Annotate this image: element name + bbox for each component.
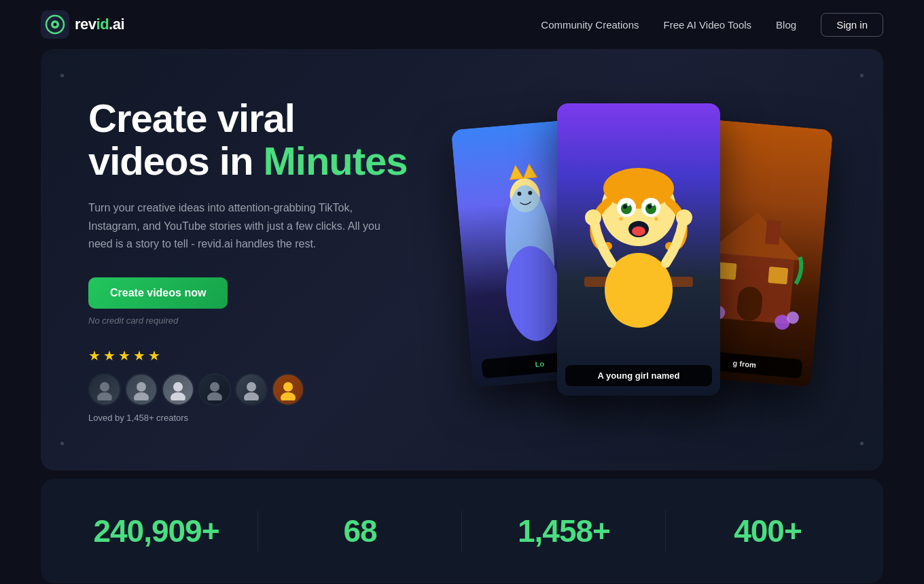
svg-point-15 bbox=[281, 392, 296, 400]
stat-creators-value: 1,458+ bbox=[462, 513, 666, 549]
star-5: ★ bbox=[148, 347, 160, 364]
star-3: ★ bbox=[118, 347, 130, 364]
no-card-label: No credit card required bbox=[88, 315, 408, 326]
logo[interactable]: revid.ai bbox=[41, 10, 124, 39]
svg-point-11 bbox=[207, 392, 222, 400]
svg-point-6 bbox=[137, 382, 146, 392]
star-2: ★ bbox=[103, 347, 116, 364]
logo-icon bbox=[41, 10, 69, 39]
cta-button[interactable]: Create videos now bbox=[88, 277, 228, 309]
star-rating: ★ ★ ★ ★ ★ bbox=[88, 347, 408, 364]
nav-link-community[interactable]: Community Creations bbox=[541, 19, 639, 31]
logo-text: revid.ai bbox=[75, 16, 124, 33]
navbar: revid.ai Community Creations Free AI Vid… bbox=[0, 0, 924, 49]
hero-video-cards: Lo bbox=[442, 97, 836, 423]
stat-languages: 68 bbox=[258, 513, 462, 549]
avatars-row bbox=[88, 373, 408, 406]
nav-link-tools[interactable]: Free AI Video Tools bbox=[664, 19, 752, 31]
loved-by-text: Loved by 1,458+ creators bbox=[88, 413, 408, 423]
svg-point-3 bbox=[54, 23, 57, 27]
dot-bottom-left: • bbox=[60, 436, 65, 451]
signin-button[interactable]: Sign in bbox=[821, 13, 883, 37]
stat-languages-value: 68 bbox=[258, 513, 462, 549]
video-card-main: A young girl named bbox=[557, 103, 720, 396]
stat-creators: 1,458+ bbox=[462, 513, 666, 549]
hero-left: Create viral videos in Minutes Turn your… bbox=[88, 97, 408, 424]
avatar-1 bbox=[88, 373, 121, 406]
svg-point-25 bbox=[603, 168, 674, 209]
avatar-5 bbox=[235, 373, 268, 406]
svg-point-31 bbox=[647, 205, 652, 209]
svg-point-8 bbox=[173, 382, 183, 392]
svg-point-13 bbox=[244, 392, 259, 400]
svg-rect-45 bbox=[768, 267, 788, 284]
svg-point-28 bbox=[621, 203, 632, 214]
svg-point-32 bbox=[627, 203, 630, 206]
hero-title: Create viral videos in Minutes bbox=[88, 97, 408, 184]
stat-other: 400+ bbox=[666, 513, 870, 549]
nav-links: Community Creations Free AI Video Tools … bbox=[541, 13, 883, 37]
svg-point-36 bbox=[585, 209, 601, 226]
hero-section: • • Create viral videos in Minutes Turn … bbox=[41, 49, 883, 470]
stat-other-value: 400+ bbox=[666, 513, 870, 549]
nav-link-blog[interactable]: Blog bbox=[776, 19, 796, 31]
avatar-4 bbox=[198, 373, 231, 406]
svg-point-29 bbox=[645, 203, 656, 214]
svg-point-14 bbox=[283, 382, 293, 392]
avatar-2 bbox=[125, 373, 158, 406]
svg-point-37 bbox=[676, 209, 692, 226]
svg-rect-50 bbox=[765, 220, 781, 245]
svg-point-38 bbox=[620, 218, 623, 221]
dot-bottom-right: • bbox=[859, 436, 864, 451]
hero-description: Turn your creative ideas into attention-… bbox=[88, 199, 387, 253]
avatar-3 bbox=[162, 373, 194, 406]
svg-point-9 bbox=[171, 392, 185, 400]
svg-marker-16 bbox=[509, 164, 537, 179]
star-1: ★ bbox=[88, 347, 101, 364]
svg-point-7 bbox=[134, 392, 149, 400]
svg-point-12 bbox=[247, 382, 256, 392]
svg-point-35 bbox=[632, 226, 645, 236]
svg-point-30 bbox=[623, 205, 627, 209]
svg-point-39 bbox=[655, 218, 658, 221]
svg-point-5 bbox=[97, 392, 112, 400]
svg-point-4 bbox=[100, 382, 109, 392]
svg-point-10 bbox=[210, 382, 219, 392]
star-4: ★ bbox=[133, 347, 145, 364]
svg-point-33 bbox=[652, 203, 654, 206]
main-card-subtitle: A young girl named bbox=[565, 365, 712, 386]
stat-videos-value: 240,909+ bbox=[54, 513, 258, 549]
stat-videos: 240,909+ bbox=[54, 513, 258, 549]
avatar-6 bbox=[272, 373, 304, 406]
stats-section: 240,909+ 68 1,458+ 400+ bbox=[41, 479, 883, 583]
